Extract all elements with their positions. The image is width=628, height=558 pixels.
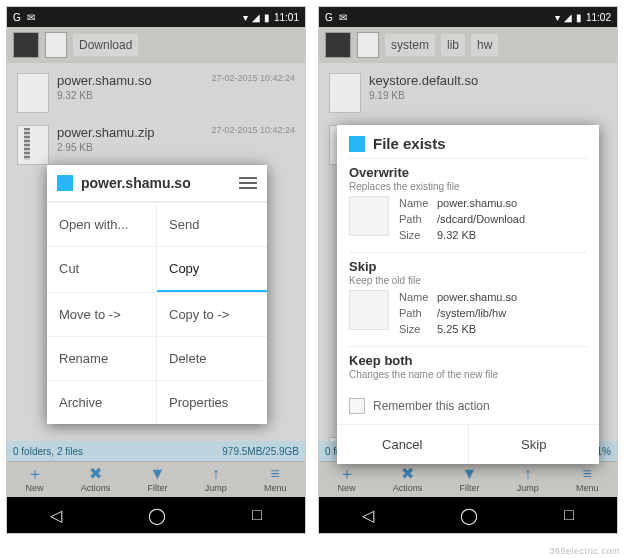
menu-send[interactable]: Send: [157, 202, 267, 246]
context-menu-title: power.shamu.so: [81, 175, 191, 191]
file-name: power.shamu.zip: [57, 125, 203, 140]
file-date: 27-02-2015 10:42:24: [211, 125, 295, 135]
sdcard-icon[interactable]: [45, 32, 67, 58]
menu-cut[interactable]: Cut: [47, 246, 157, 292]
crumb-system[interactable]: system: [385, 34, 435, 56]
toolbar-menu[interactable]: ≡Menu: [576, 466, 599, 493]
file-icon: [329, 73, 361, 113]
file-icon: [17, 73, 49, 113]
toolbar-new[interactable]: ＋New: [26, 466, 44, 493]
signal-icon: ◢: [564, 12, 572, 23]
nav-home-icon[interactable]: ◯: [460, 506, 478, 525]
file-square-icon: [57, 175, 73, 191]
watermark: 365electric.com: [549, 546, 620, 556]
file-size: 2.95 KB: [57, 142, 203, 153]
toolbar-label: Jump: [517, 483, 539, 493]
toolbar-filter[interactable]: ▼Filter: [148, 466, 168, 493]
kv-key: Size: [399, 322, 437, 338]
toolbar-jump[interactable]: ↑Jump: [205, 466, 227, 493]
menu-move-to[interactable]: Move to ->: [47, 292, 157, 336]
kv-key: Path: [399, 212, 437, 228]
battery-icon: ▮: [264, 12, 270, 23]
menu-archive[interactable]: Archive: [47, 380, 157, 424]
bottom-toolbar: ＋New ✖Actions ▼Filter ↑Jump ≡Menu: [319, 461, 617, 497]
file-size: 9.19 KB: [369, 90, 607, 101]
toolbar-menu[interactable]: ≡Menu: [264, 466, 287, 493]
file-row[interactable]: power.shamu.so 9.32 KB 27-02-2015 10:42:…: [7, 67, 305, 119]
checkbox-icon[interactable]: [349, 398, 365, 414]
wifi-icon: ▾: [243, 12, 248, 23]
phone-right: G ✉ ▾ ◢ ▮ 11:02 system lib hw keystore.d…: [318, 6, 618, 534]
toolbar-jump[interactable]: ↑Jump: [517, 466, 539, 493]
toolbar-filter[interactable]: ▼Filter: [460, 466, 480, 493]
context-menu: power.shamu.so Open with... Send Cut Cop…: [47, 165, 267, 424]
option-subtitle: Changes the name of the new file: [349, 369, 587, 380]
option-keep-both[interactable]: Keep both Changes the name of the new fi…: [349, 346, 587, 392]
jump-icon: ↑: [212, 466, 220, 482]
file-row[interactable]: power.shamu.zip 2.95 KB 27-02-2015 10:42…: [7, 119, 305, 171]
filter-icon: ▼: [462, 466, 478, 482]
option-overwrite[interactable]: Overwrite Replaces the existing file Nam…: [349, 158, 587, 252]
breadcrumb: Download: [7, 27, 305, 63]
mail-icon: ✉: [339, 12, 347, 23]
plus-icon: ＋: [339, 466, 355, 482]
option-skip[interactable]: Skip Keep the old file Namepower.shamu.s…: [349, 252, 587, 346]
context-menu-header: power.shamu.so: [47, 165, 267, 202]
android-navbar: ◁ ◯ □: [319, 497, 617, 533]
file-name: keystore.default.so: [369, 73, 607, 88]
option-subtitle: Keep the old file: [349, 275, 587, 286]
status-line: 0 folders, 2 files 979.5MB/25.9GB: [7, 441, 305, 461]
menu-open-with[interactable]: Open with...: [47, 202, 157, 246]
crumb-hw[interactable]: hw: [471, 34, 498, 56]
menu-properties[interactable]: Properties: [157, 380, 267, 424]
hamburger-icon[interactable]: [239, 177, 257, 189]
crumb-download[interactable]: Download: [73, 34, 138, 56]
file-thumb-icon: [349, 290, 389, 330]
kv-key: Name: [399, 290, 437, 306]
toolbar-label: Filter: [460, 483, 480, 493]
menu-delete[interactable]: Delete: [157, 336, 267, 380]
menu-copy-to[interactable]: Copy to ->: [157, 292, 267, 336]
toolbar-label: New: [338, 483, 356, 493]
wifi-icon: ▾: [555, 12, 560, 23]
nav-back-icon[interactable]: ◁: [362, 506, 374, 525]
status-bar: G ✉ ▾ ◢ ▮ 11:01: [7, 7, 305, 27]
menu-copy[interactable]: Copy: [157, 246, 267, 292]
toolbar-actions[interactable]: ✖Actions: [81, 466, 111, 493]
drive-icon[interactable]: [325, 32, 351, 58]
folder-counts: 0 folders, 2 files: [13, 446, 83, 457]
android-navbar: ◁ ◯ □: [7, 497, 305, 533]
toolbar-new[interactable]: ＋New: [338, 466, 356, 493]
nav-recent-icon[interactable]: □: [564, 506, 574, 524]
file-square-icon: [349, 136, 365, 152]
remember-label: Remember this action: [373, 399, 490, 413]
menu-rename[interactable]: Rename: [47, 336, 157, 380]
toolbar-actions[interactable]: ✖Actions: [393, 466, 423, 493]
google-icon: G: [13, 12, 21, 23]
file-list: power.shamu.so 9.32 KB 27-02-2015 10:42:…: [7, 63, 305, 175]
file-row[interactable]: keystore.default.so 9.19 KB: [319, 67, 617, 119]
kv-val: /sdcard/Download: [437, 213, 525, 225]
status-time: 11:02: [586, 12, 611, 23]
crumb-lib[interactable]: lib: [441, 34, 465, 56]
zip-icon: [17, 125, 49, 165]
drive-icon[interactable]: [13, 32, 39, 58]
option-label: Overwrite: [349, 165, 587, 180]
nav-home-icon[interactable]: ◯: [148, 506, 166, 525]
toolbar-label: Menu: [264, 483, 287, 493]
file-name: power.shamu.so: [57, 73, 203, 88]
nav-back-icon[interactable]: ◁: [50, 506, 62, 525]
file-date: 27-02-2015 10:42:24: [211, 73, 295, 83]
menu-icon: ≡: [270, 466, 279, 482]
cancel-button[interactable]: Cancel: [337, 425, 469, 464]
nav-recent-icon[interactable]: □: [252, 506, 262, 524]
status-time: 11:01: [274, 12, 299, 23]
kv-val: /system/lib/hw: [437, 307, 506, 319]
skip-button[interactable]: Skip: [469, 425, 600, 464]
kv-val: power.shamu.so: [437, 291, 517, 303]
sdcard-icon[interactable]: [357, 32, 379, 58]
kv-key: Path: [399, 306, 437, 322]
toolbar-label: New: [26, 483, 44, 493]
remember-row[interactable]: Remember this action: [349, 392, 587, 420]
file-exists-dialog: File exists Overwrite Replaces the exist…: [337, 125, 599, 464]
